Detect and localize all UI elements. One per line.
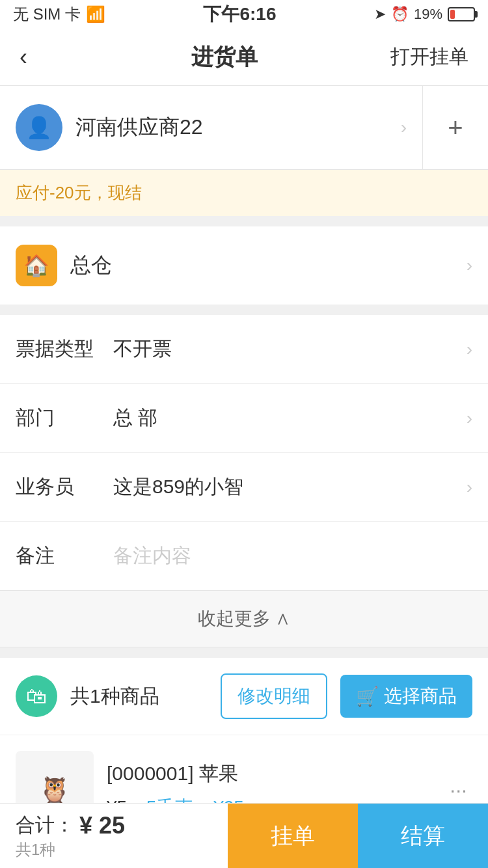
- product-thumb-icon: 🦉: [38, 775, 71, 806]
- supplier-alert: 应付-20元，现结: [0, 170, 488, 216]
- total-label: 合计：: [16, 812, 74, 839]
- product-count: 共1种商品: [70, 683, 208, 710]
- product-header: 🛍 共1种商品 修改明细 🛒 选择商品: [0, 658, 488, 735]
- remark-row[interactable]: 备注 备注内容: [0, 522, 488, 590]
- remark-value: 备注内容: [107, 543, 472, 569]
- invoice-chevron-icon: ›: [467, 339, 472, 360]
- form-section: 票据类型 不开票 › 部门 总 部 › 业务员 这是859的小智 › 备注 备注…: [0, 315, 488, 590]
- supplier-selector[interactable]: 👤 河南供应商22 ›: [0, 86, 422, 169]
- status-left: 无 SIM 卡 📶: [13, 4, 105, 25]
- warehouse-name: 总仓: [70, 251, 454, 280]
- bottom-bar: 合计： ¥ 25 共1种 挂单 结算: [0, 803, 488, 868]
- status-bar: 无 SIM 卡 📶 下午6:16 ➤ ⏰ 19%: [0, 0, 488, 29]
- add-supplier-button[interactable]: +: [423, 86, 488, 169]
- checkout-button[interactable]: 结算: [358, 804, 488, 868]
- warehouse-row[interactable]: 🏠 总仓 ›: [0, 226, 488, 305]
- battery-icon: [448, 7, 475, 21]
- collapse-button[interactable]: 收起更多 ∧: [0, 590, 488, 647]
- total-amount: ¥ 25: [79, 812, 125, 839]
- salesperson-value: 这是859的小智: [107, 474, 467, 500]
- location-icon: ➤: [374, 6, 386, 23]
- warehouse-chevron-icon: ›: [467, 255, 472, 276]
- alarm-icon: ⏰: [391, 6, 409, 23]
- battery-percent: 19%: [414, 6, 442, 23]
- product-count-icon: 🛍: [16, 675, 57, 717]
- page-title: 进货单: [191, 42, 258, 72]
- product-name: [0000001] 苹果: [107, 761, 431, 787]
- supplier-name: 河南供应商22: [75, 113, 388, 142]
- dept-value: 总 部: [107, 405, 467, 431]
- supplier-chevron-icon: ›: [401, 117, 407, 138]
- supplier-section: 👤 河南供应商22 › + 应付-20元，现结: [0, 86, 488, 216]
- remark-label: 备注: [16, 543, 107, 569]
- wifi-icon: 📶: [86, 5, 105, 23]
- salesperson-row[interactable]: 业务员 这是859的小智 ›: [0, 453, 488, 522]
- open-pending-button[interactable]: 打开挂单: [390, 44, 468, 70]
- invoice-label: 票据类型: [16, 336, 107, 362]
- select-product-button[interactable]: 🛒 选择商品: [340, 675, 472, 718]
- hang-button[interactable]: 挂单: [228, 804, 358, 868]
- status-time: 下午6:16: [203, 2, 276, 27]
- dept-row[interactable]: 部门 总 部 ›: [0, 384, 488, 453]
- total-sub: 共1种: [16, 839, 212, 860]
- salesperson-chevron-icon: ›: [467, 477, 472, 498]
- salesperson-label: 业务员: [16, 474, 107, 500]
- cart-icon: 🛒: [356, 686, 379, 707]
- total-section: 合计： ¥ 25 共1种: [0, 812, 228, 860]
- warehouse-icon: 🏠: [16, 245, 57, 286]
- dept-label: 部门: [16, 405, 107, 431]
- shop-icon: 🛍: [26, 685, 47, 709]
- main-content: 👤 河南供应商22 › + 应付-20元，现结 🏠 总仓 › 票据类型 不开票 …: [0, 86, 488, 868]
- home-icon: 🏠: [23, 253, 49, 278]
- product-title: 苹果: [199, 763, 238, 784]
- avatar-icon: 👤: [26, 115, 52, 140]
- edit-detail-button[interactable]: 修改明细: [221, 673, 327, 719]
- carrier-text: 无 SIM 卡: [13, 4, 81, 25]
- supplier-row: 👤 河南供应商22 › +: [0, 86, 488, 170]
- product-code: [0000001]: [107, 763, 193, 784]
- nav-bar: ‹ 进货单 打开挂单: [0, 29, 488, 86]
- invoice-type-row[interactable]: 票据类型 不开票 ›: [0, 315, 488, 384]
- invoice-value: 不开票: [107, 336, 467, 362]
- supplier-avatar: 👤: [16, 104, 62, 151]
- dept-chevron-icon: ›: [467, 408, 472, 429]
- total-main: 合计： ¥ 25: [16, 812, 212, 839]
- product-more-button[interactable]: ···: [444, 773, 472, 807]
- back-button[interactable]: ‹: [20, 44, 59, 71]
- select-product-label: 选择商品: [384, 684, 457, 709]
- status-right: ➤ ⏰ 19%: [374, 6, 475, 23]
- battery-fill: [450, 10, 455, 19]
